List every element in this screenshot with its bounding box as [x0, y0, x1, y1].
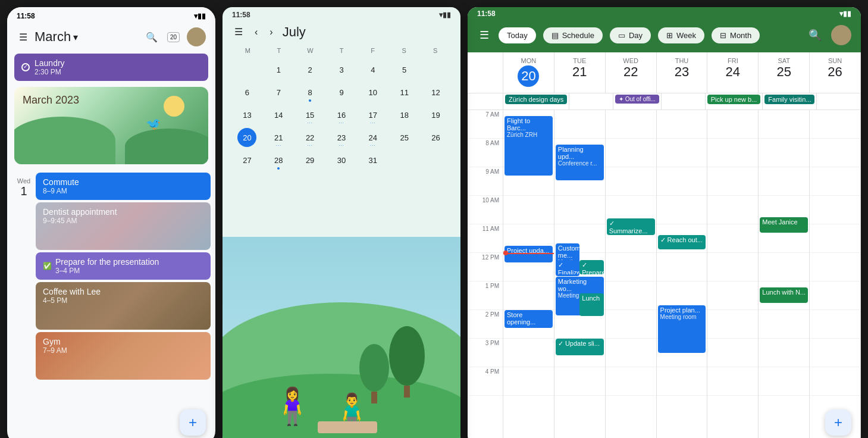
cal-day-21[interactable]: 21 [264, 127, 294, 148]
avatar[interactable] [187, 27, 206, 46]
time-3pm: 3 PM [468, 339, 503, 367]
store-opening-event[interactable]: Store opening... [504, 310, 553, 328]
date-icon[interactable]: 20 [167, 32, 180, 42]
dropdown-icon: ▾ [73, 32, 78, 43]
check-circle-icon: ✅ [43, 262, 52, 270]
cal-day-20[interactable]: 20 [237, 128, 256, 147]
tablet-illustration: 🧍‍♀️ 🧍‍♂️ [223, 237, 460, 438]
cal-day-10[interactable]: 10 [358, 82, 388, 103]
cal-day-20-wrap[interactable]: 20 [232, 127, 262, 148]
cal-day-12[interactable]: 12 [421, 82, 451, 103]
week-header: Mon 20 Tue 21 Wed 22 Thu 23 Fri 24 [468, 52, 861, 93]
cal-day-18[interactable]: 18 [389, 104, 419, 126]
cal-day-11[interactable]: 11 [389, 82, 419, 103]
cal-day-26[interactable]: 26 [421, 127, 451, 148]
time-7am: 7 AM [468, 110, 503, 139]
summarize-event[interactable]: ✓ Summarize... [607, 218, 655, 235]
planning-update-event[interactable]: Planning upd... Conference r... [556, 145, 604, 180]
laundry-event[interactable]: Laundry 2:30 PM [14, 54, 208, 81]
cal-day-5[interactable]: 5 [389, 59, 419, 80]
flight-event[interactable]: Flight to Barc... Zürich ZRH [504, 116, 553, 176]
cal-day-25[interactable]: 25 [389, 127, 419, 148]
out-of-office-event[interactable]: ✦ Out of offi... [615, 95, 659, 104]
toolbar-menu-icon[interactable]: ☰ [477, 26, 491, 44]
lunch-event[interactable]: Lunch [579, 293, 603, 316]
project-update-mon[interactable]: Project upda... [504, 246, 553, 262]
family-visit-event[interactable]: Family visitin... [764, 95, 814, 104]
next-month-button[interactable]: › [267, 24, 275, 40]
commute-event[interactable]: Commute 8–9 AM [36, 173, 211, 200]
schedule-button[interactable]: ▤ Schedule [543, 27, 603, 43]
cal-day-16[interactable]: 16 [327, 104, 357, 126]
reach-out-event[interactable]: ✓ Reach out... [658, 235, 706, 249]
tablet-panel: 11:58 ▾▮▮ ☰ ‹ › July M T W T F S S 1 2 3… [223, 7, 460, 438]
cal-day-1[interactable]: 1 [264, 59, 294, 80]
day-col-sat: Meet Janice Lunch with N... [759, 110, 810, 438]
dentist-event[interactable]: Dentist appointment 9–9:45 AM [36, 202, 211, 250]
tablet-menu-icon[interactable]: ☰ [232, 24, 245, 40]
desktop-panel: 11:58 ▾▮▮ ☰ Today ▤ Schedule ▭ Day ⊞ Wee… [468, 7, 861, 438]
cal-day-31[interactable]: 31 [358, 149, 388, 171]
cal-day-3[interactable]: 3 [327, 59, 357, 80]
prepare-wo-event[interactable]: ✓ Prepare wo... [579, 260, 603, 274]
desktop-search-icon[interactable]: 🔍 [806, 26, 824, 44]
time-12pm: 12 PM [468, 253, 503, 281]
desktop-add-button[interactable]: + [825, 409, 851, 436]
day-col-thu: ✓ Reach out... Project plan... Meeting r… [657, 110, 708, 438]
finalize-event[interactable]: ✓ Finalize pr... [556, 260, 579, 274]
time-8am: 8 AM [468, 139, 503, 167]
cal-day-9[interactable]: 9 [327, 82, 357, 103]
menu-icon[interactable]: ☰ [17, 29, 30, 45]
cal-day-4[interactable]: 4 [358, 59, 388, 80]
schedule-icon: ▤ [551, 31, 559, 40]
cal-day-24[interactable]: 24 [358, 127, 388, 148]
tablet-status-icons: ▾▮▮ [439, 11, 451, 19]
search-icon[interactable]: 🔍 [143, 29, 160, 45]
cal-days-header: M T W T F S S [232, 45, 451, 57]
cal-day-23[interactable]: 23 [327, 127, 357, 148]
desktop-status-icons: ▾▮▮ [839, 10, 851, 18]
cal-day-27[interactable]: 27 [232, 149, 262, 171]
pickup-event[interactable]: Pick up new b... [707, 95, 761, 104]
phone-header: ☰ March ▾ 🔍 20 [7, 23, 215, 51]
presentation-event[interactable]: ✅ Prepare for the presentation 3–4 PM [36, 252, 211, 280]
cal-day-2[interactable]: 2 [295, 59, 325, 80]
phone-month-title[interactable]: March ▾ [35, 29, 78, 45]
day-col-mon: Flight to Barc... Zürich ZRH Project upd… [503, 110, 554, 438]
cal-day-8[interactable]: 8 [295, 82, 325, 103]
time-10am: 10 AM [468, 196, 503, 224]
cal-day-15[interactable]: 15 [295, 104, 325, 126]
month-button[interactable]: ⊟ Month [712, 27, 760, 43]
cal-day-17[interactable]: 17 [358, 104, 388, 126]
week-icon: ⊞ [666, 31, 673, 40]
coffee-event[interactable]: Coffee with Lee 4–5 PM [36, 282, 211, 330]
week-day-sat: Sat 25 [759, 52, 810, 93]
today-button[interactable]: Today [499, 27, 536, 43]
week-button[interactable]: ⊞ Week [658, 27, 704, 43]
project-planner-event[interactable]: Project plan... Meeting room [658, 305, 706, 353]
prev-month-button[interactable]: ‹ [252, 24, 260, 40]
cal-day-14[interactable]: 14 [264, 104, 294, 126]
cal-day-13[interactable]: 13 [232, 104, 262, 126]
cal-day-19[interactable]: 19 [421, 104, 451, 126]
cal-empty [232, 59, 262, 80]
desktop-avatar[interactable] [831, 25, 851, 45]
gym-event[interactable]: Gym 7–9 AM [36, 332, 211, 380]
time-2pm: 2 PM [468, 310, 503, 339]
cal-day-22[interactable]: 22 [295, 127, 325, 148]
calendar-illustration: 🐦 March 2023 [14, 87, 208, 164]
cal-day-29[interactable]: 29 [295, 149, 325, 171]
cal-day-6[interactable]: 6 [232, 82, 262, 103]
events-list: Wed 1 Commute 8–9 AM Dentist appointment… [7, 168, 215, 438]
zurich-event[interactable]: Zürich design days [505, 95, 567, 104]
day-button[interactable]: ▭ Day [610, 27, 651, 43]
add-event-button[interactable]: + [180, 409, 206, 436]
cal-day-30[interactable]: 30 [327, 149, 357, 171]
events-col: Commute 8–9 AM Dentist appointment 9–9:4… [36, 173, 211, 380]
update-slides-event[interactable]: ✓ Update sli... [556, 339, 604, 355]
cal-day-28[interactable]: 28 [264, 149, 294, 171]
cal-day-7[interactable]: 7 [264, 82, 294, 103]
lunch-with-n-event[interactable]: Lunch with N... [760, 287, 808, 303]
meet-janice-event[interactable]: Meet Janice [760, 217, 808, 233]
day-col-sun [810, 110, 861, 438]
